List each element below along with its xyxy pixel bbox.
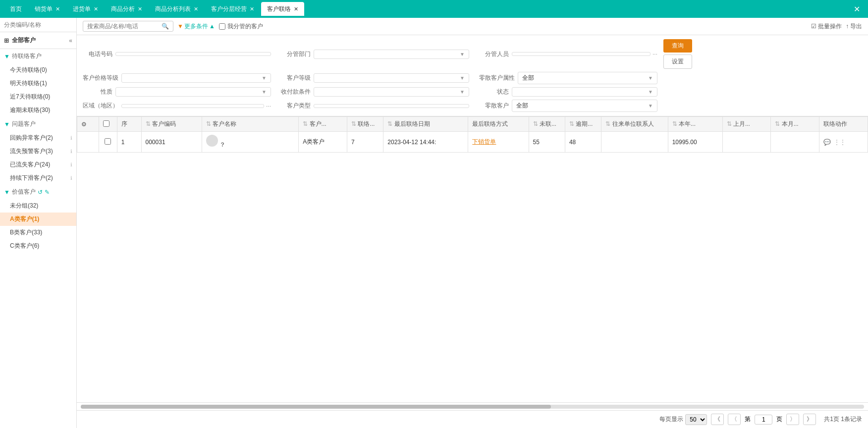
tab-sales[interactable]: 销货单 ✕ bbox=[29, 2, 66, 16]
per-page-select[interactable]: 50 bbox=[685, 414, 707, 425]
tab-purchase[interactable]: 进货单 ✕ bbox=[67, 2, 104, 16]
tab-customer-contact-label: 客户联络 bbox=[267, 5, 291, 13]
th-overdue[interactable]: ⇅ 逾期... bbox=[565, 117, 601, 132]
sidebar-item-a-class[interactable]: A类客户(1) bbox=[0, 213, 76, 226]
scroll-thumb[interactable] bbox=[81, 405, 551, 409]
sort-icon5: ⇅ bbox=[387, 120, 392, 127]
field-level-input[interactable]: ▼ bbox=[314, 73, 469, 83]
select-all-checkbox[interactable] bbox=[103, 120, 109, 127]
th-contact-count[interactable]: ⇅ 联络... bbox=[347, 117, 383, 132]
sidebar-item-churn-warning[interactable]: 流失预警客户(3) ℹ bbox=[0, 145, 76, 158]
filter-row-1: 电话号码 分管部门 ▼ 分管人员 ··· 查询 bbox=[83, 39, 862, 69]
sidebar-item-ungrouped[interactable]: 未分组(32) bbox=[0, 199, 76, 213]
filter-my-customers[interactable]: 我分管的客户 bbox=[219, 22, 263, 31]
export-button[interactable]: ↑ 导出 bbox=[846, 22, 862, 31]
sidebar-root-header[interactable]: ⊞ 全部客户 « bbox=[0, 32, 76, 49]
td-last-contact-type[interactable]: 下销货单 bbox=[468, 132, 529, 153]
field-phone-input[interactable] bbox=[115, 52, 271, 56]
menu-icon[interactable]: ⋮⋮ bbox=[834, 139, 846, 146]
th-this-month[interactable]: ⇅ 本月... bbox=[771, 117, 819, 132]
th-check[interactable] bbox=[99, 117, 117, 132]
filter-search-input[interactable] bbox=[87, 23, 162, 30]
sidebar-item-tomorrow[interactable]: 明天待联络(1) bbox=[0, 77, 76, 90]
tab-customer-contact-close[interactable]: ✕ bbox=[294, 6, 298, 12]
window-close-button[interactable]: ✕ bbox=[850, 4, 864, 14]
filter-my-checkbox[interactable] bbox=[219, 23, 225, 30]
last-contact-link[interactable]: 下销货单 bbox=[472, 138, 496, 145]
th-level[interactable]: ⇅ 客户... bbox=[299, 117, 347, 132]
field-dept-input[interactable]: ▼ bbox=[314, 50, 469, 59]
sidebar-collapse-icon[interactable]: « bbox=[69, 37, 72, 44]
field-payment-input[interactable]: ▼ bbox=[314, 87, 469, 97]
field-retail-attr-input[interactable]: 全部 ▼ bbox=[518, 72, 657, 84]
sidebar-group-problem-title[interactable]: ▼ 问题客户 bbox=[0, 117, 76, 131]
content-area: 🔍 ▼ 更多条件 ▲ 我分管的客户 ☑ 批量操作 ↑ 导出 bbox=[77, 18, 868, 428]
field-person-input[interactable] bbox=[512, 52, 651, 56]
field-retail-customer-input[interactable]: 全部 ▼ bbox=[512, 100, 657, 112]
sidebar-item-7days[interactable]: 近7天待联络(0) bbox=[0, 90, 76, 104]
filter-search-icon[interactable]: 🔍 bbox=[162, 23, 169, 30]
horizontal-scrollbar[interactable] bbox=[81, 405, 864, 409]
sidebar-item-today[interactable]: 今天待联络(0) bbox=[0, 63, 76, 77]
field-status: 状态 ▼ bbox=[479, 87, 657, 97]
th-name[interactable]: ⇅ 客户名称 bbox=[202, 117, 299, 132]
batch-ops-button[interactable]: ☑ 批量操作 bbox=[811, 22, 842, 31]
first-page-button[interactable]: 《 bbox=[711, 414, 724, 425]
field-area-input[interactable] bbox=[121, 104, 264, 108]
tab-customer-contact[interactable]: 客户联络 ✕ bbox=[261, 2, 304, 16]
th-year-amount[interactable]: ⇅ 本年... bbox=[668, 117, 722, 132]
edit-icon[interactable]: ✎ bbox=[45, 189, 50, 196]
filter-my-label: 我分管的客户 bbox=[227, 22, 263, 31]
sidebar-group-value-title[interactable]: ▼ 价值客户 ↺ ✎ bbox=[0, 185, 76, 199]
sidebar-item-b-class[interactable]: B类客户(33) bbox=[0, 226, 76, 239]
sort-icon8: ⇅ bbox=[605, 120, 610, 127]
sidebar-item-c-class[interactable]: C类客户(6) bbox=[0, 239, 76, 253]
tab-home[interactable]: 首页 bbox=[4, 2, 28, 16]
tab-product-analysis-list[interactable]: 商品分析列表 ✕ bbox=[149, 2, 204, 16]
data-table: ⚙ 序 ⇅ 客户编码 ⇅ 客户名称 bbox=[77, 116, 868, 153]
sidebar-group-pending-title[interactable]: ▼ 待联络客户 bbox=[0, 49, 76, 63]
sidebar-item-repurchase[interactable]: 回购异常客户(2) ℹ bbox=[0, 131, 76, 145]
sidebar-item-churned[interactable]: 已流失客户(24) ℹ bbox=[0, 158, 76, 171]
query-button[interactable]: 查询 bbox=[663, 39, 692, 53]
tab-customer-tier[interactable]: 客户分层经营 ✕ bbox=[205, 2, 260, 16]
th-contact-person[interactable]: ⇅ 往来单位联系人 bbox=[601, 117, 668, 132]
field-phone: 电话号码 bbox=[83, 50, 271, 58]
field-price-level-input[interactable]: ▼ bbox=[121, 73, 271, 83]
field-nature-input[interactable]: ▼ bbox=[115, 87, 271, 97]
filter-more-button[interactable]: ▼ 更多条件 ▲ bbox=[177, 22, 215, 31]
th-code[interactable]: ⇅ 客户编码 bbox=[141, 117, 202, 132]
tab-product-analysis-close[interactable]: ✕ bbox=[138, 6, 142, 12]
person-dots-icon[interactable]: ··· bbox=[652, 51, 657, 57]
sidebar-item-declining[interactable]: 持续下滑客户(2) ℹ bbox=[0, 171, 76, 185]
tab-customer-tier-close[interactable]: ✕ bbox=[250, 6, 254, 12]
td-check[interactable] bbox=[99, 132, 117, 153]
th-gear[interactable]: ⚙ bbox=[77, 117, 99, 132]
tab-purchase-close[interactable]: ✕ bbox=[94, 6, 98, 12]
last-page-button[interactable]: 》 bbox=[803, 414, 816, 425]
tab-product-analysis-list-close[interactable]: ✕ bbox=[194, 6, 198, 12]
th-last-contact-type[interactable]: 最后联络方式 bbox=[468, 117, 529, 132]
area-dots-icon[interactable]: ··· bbox=[266, 103, 271, 109]
sidebar-item-overdue[interactable]: 逾期未联络(30) bbox=[0, 104, 76, 117]
field-status-input[interactable]: ▼ bbox=[512, 87, 657, 97]
filter-search-box[interactable]: 🔍 bbox=[83, 21, 173, 32]
tab-product-analysis[interactable]: 商品分析 ✕ bbox=[105, 2, 148, 16]
field-customer-type-input[interactable] bbox=[314, 104, 469, 108]
tab-home-label: 首页 bbox=[10, 5, 22, 13]
refresh-icon[interactable]: ↺ bbox=[38, 189, 43, 196]
th-last-month[interactable]: ⇅ 上月... bbox=[722, 117, 771, 132]
message-icon[interactable]: 💬 bbox=[823, 139, 831, 146]
th-last-contact-date[interactable]: ⇅ 最后联络日期 bbox=[383, 117, 468, 132]
export-label: 导出 bbox=[850, 22, 862, 31]
page-input[interactable] bbox=[755, 415, 772, 425]
th-no-contact[interactable]: ⇅ 未联... bbox=[529, 117, 565, 132]
tab-sales-close[interactable]: ✕ bbox=[55, 6, 60, 12]
sidebar-search-input[interactable] bbox=[4, 21, 77, 28]
settings-button[interactable]: 设置 bbox=[663, 54, 692, 69]
prev-page-button[interactable]: 〈 bbox=[728, 414, 741, 425]
next-page-button[interactable]: 〉 bbox=[786, 414, 799, 425]
row-checkbox[interactable] bbox=[105, 138, 111, 145]
level-arrow-icon: ▼ bbox=[460, 75, 465, 81]
field-price-level-label: 客户价格等级 bbox=[83, 74, 118, 82]
